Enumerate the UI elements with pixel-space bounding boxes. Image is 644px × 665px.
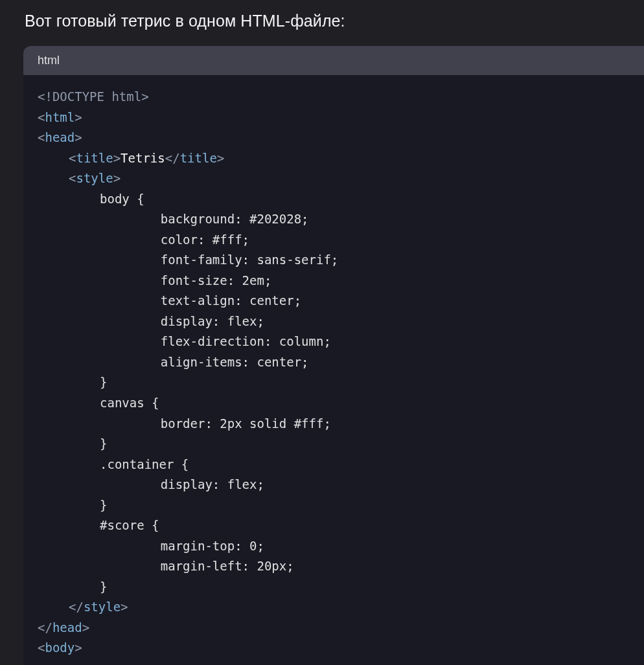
doctype-body: DOCTYPE html bbox=[52, 89, 141, 104]
tag-html: html bbox=[45, 110, 75, 124]
tag-title-close: title bbox=[180, 151, 217, 165]
css-line: display: flex; bbox=[38, 475, 630, 495]
css-line: color: #fff; bbox=[38, 230, 630, 251]
css-line: flex-direction: column; bbox=[38, 332, 630, 352]
css-line: margin-top: 0; bbox=[38, 536, 630, 557]
tag-head-close: head bbox=[52, 620, 82, 635]
doctype-close: > bbox=[141, 89, 148, 104]
css-line: } bbox=[38, 495, 630, 516]
css-line: canvas { bbox=[38, 393, 630, 414]
intro-text: Вот готовый тетрис в одном HTML-файле: bbox=[25, 12, 644, 30]
css-line: text-align: center; bbox=[38, 291, 630, 311]
tag-title-open: title bbox=[76, 151, 113, 165]
tag-body-open: body bbox=[45, 640, 75, 655]
css-line: } bbox=[38, 577, 630, 598]
css-line: .container { bbox=[38, 455, 630, 475]
tag-style-open: style bbox=[76, 171, 113, 185]
code-block: html <!DOCTYPE html><html><head><title>T… bbox=[23, 46, 644, 665]
css-line: display: flex; bbox=[38, 311, 630, 332]
css-line: } bbox=[38, 372, 630, 393]
code-content[interactable]: <!DOCTYPE html><html><head><title>Tetris… bbox=[23, 75, 644, 665]
css-line: body { bbox=[38, 189, 630, 210]
css-line: border: 2px solid #fff; bbox=[38, 414, 630, 434]
tag-style-close: style bbox=[84, 600, 121, 614]
css-line: margin-left: 20px; bbox=[38, 556, 630, 577]
tag-head: head bbox=[45, 130, 75, 144]
css-line: font-size: 2em; bbox=[38, 271, 630, 291]
css-line: } bbox=[38, 434, 630, 455]
title-text: Tetris bbox=[121, 151, 165, 165]
css-line: background: #202028; bbox=[38, 209, 630, 230]
message-container: Вот готовый тетрис в одном HTML-файле: h… bbox=[0, 0, 644, 665]
css-line: #score { bbox=[38, 515, 630, 536]
css-line: align-items: center; bbox=[38, 352, 630, 373]
doctype-open: <! bbox=[38, 89, 52, 104]
code-language-label: html bbox=[23, 46, 644, 75]
css-line: font-family: sans-serif; bbox=[38, 250, 630, 271]
